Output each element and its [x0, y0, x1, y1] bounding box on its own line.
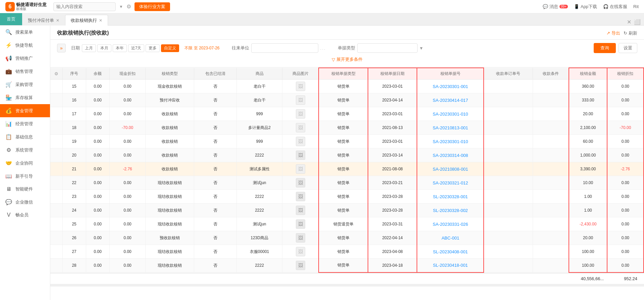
tab-prepay-close-icon[interactable]: ✕ — [56, 18, 59, 23]
tab-prepay[interactable]: 预付冲应付单 ✕ — [22, 15, 65, 26]
message-item[interactable]: 💬 消息 99+ — [543, 4, 568, 10]
cell-bill-date: 2023-03-28 — [368, 204, 417, 217]
sidebar-item-enterprise[interactable]: 🤝 企业协同 — [0, 157, 50, 170]
dropdown-arrow-icon[interactable]: ▼ — [119, 4, 123, 9]
billtype-input[interactable] — [357, 43, 418, 53]
bill-no-link[interactable]: SL-20230418-001 — [433, 263, 468, 268]
cell-cash-discount: 0.00 — [109, 107, 146, 121]
cell-goods: 测试jun — [236, 217, 282, 231]
bill-no-link[interactable]: SL-20230328-001 — [433, 194, 468, 199]
date-btn-last-month[interactable]: 上月 — [82, 44, 96, 52]
date-btn-7days[interactable]: 近7天 — [128, 44, 145, 52]
cell-goods-img: 🖼 — [282, 190, 319, 204]
brand-sub: 标准版 — [16, 7, 47, 11]
bill-no-link[interactable]: SA-20210813-001 — [433, 125, 468, 130]
sidebar-item-system[interactable]: ⚙ 系统管理 — [0, 143, 50, 157]
goods-image: 🖼 — [296, 95, 305, 105]
bill-no-link[interactable]: ABC-001 — [441, 235, 459, 241]
cell-goods: 2222 — [236, 148, 282, 162]
sidebar-item-operations[interactable]: 📊 经营管理 — [0, 117, 50, 130]
cell-bill-date: 2023-04-18 — [368, 259, 417, 272]
sidebar-item-inventory[interactable]: 🏪 库存核算 — [0, 91, 50, 104]
filter-expand-btn[interactable]: » — [57, 44, 66, 52]
cell-balance: 0.00 — [86, 80, 109, 93]
sidebar-item-sales[interactable]: 💼 销售管理 — [0, 65, 50, 78]
cell-seq: 21 — [62, 162, 86, 176]
bill-no-link[interactable]: SA-20230301-010 — [433, 139, 468, 144]
sidebar-item-finance[interactable]: 💰 资金管理 — [0, 104, 50, 117]
date-btn-this-year[interactable]: 本年 — [113, 44, 127, 52]
bill-no-link[interactable]: SA-20210808-001 — [433, 167, 468, 172]
setting-button[interactable]: 设置 — [619, 43, 637, 53]
cell-include-settled: 否 — [194, 135, 236, 148]
bill-no-link[interactable]: SA-20230301-001 — [433, 84, 468, 89]
cell-bill-type: 销货单 — [319, 190, 368, 204]
bill-no-link[interactable]: SA-20230321-012 — [433, 180, 468, 185]
cell-cancel-amount: 20.00 — [569, 107, 607, 121]
date-btn-this-month[interactable]: 本月 — [97, 44, 111, 52]
sidebar-item-basic[interactable]: 📋 基础信息 — [0, 130, 50, 143]
cell-checkbox — [50, 245, 62, 259]
sidebar-item-search[interactable]: 🔍 搜索菜单 — [0, 26, 50, 39]
tab-receipt[interactable]: 收款核销执行 ✕ — [65, 15, 108, 26]
bill-no-link[interactable]: SA-20230331-026 — [433, 222, 468, 227]
bill-no-link[interactable]: SA-20230301-010 — [433, 112, 468, 117]
table-row: 24 0.00 0.00 现结收款核销 否 2222 🖼 销货单 2023-03… — [50, 204, 644, 217]
solution-button[interactable]: 体验行业方案 — [135, 2, 170, 11]
query-button[interactable]: 查询 — [594, 43, 616, 53]
cell-bill-date: 2023-03-21 — [368, 176, 417, 190]
bill-no-link[interactable]: SL-20230408-001 — [433, 249, 468, 254]
sidebar-item-guide[interactable]: 📖 新手引导 — [0, 170, 50, 183]
cell-cancel-amount: 20.00 — [569, 231, 607, 245]
tab-close-button[interactable]: ✕ — [627, 19, 631, 25]
expand-more-btn[interactable]: ▽ 展开更多条件 — [57, 55, 637, 64]
tab-expand-button[interactable]: ⬜ — [634, 19, 641, 25]
cell-bill-no: SA-20210808-001 — [417, 162, 484, 176]
horizontal-scrollbar[interactable] — [50, 284, 644, 287]
cell-cancel-discount: 0.00 — [607, 231, 644, 245]
cell-include-settled: 否 — [194, 121, 236, 135]
cell-seq: 18 — [62, 121, 86, 135]
cell-balance: 0.00 — [86, 231, 109, 245]
sidebar-item-wechat[interactable]: 💬 企业微信 — [0, 196, 50, 209]
col-seq: 序号 — [62, 68, 86, 80]
support-item[interactable]: 🎧 在线客服 — [603, 4, 627, 10]
sidebar-item-member[interactable]: V 畅会员 — [0, 209, 50, 221]
date-btn-custom[interactable]: 自定义 — [161, 44, 179, 52]
cell-include-settled: 否 — [194, 93, 236, 107]
app-download-item[interactable]: 📱 App下载 — [574, 4, 597, 10]
date-btn-more[interactable]: 更多 — [146, 44, 160, 52]
sidebar-item-hardware[interactable]: 🖥 智能硬件 — [0, 183, 50, 196]
search-input[interactable] — [53, 2, 116, 11]
cell-cancel-type: 现结收款核销 — [146, 190, 194, 204]
cell-bill-no: SA-20230301-010 — [417, 135, 484, 148]
bill-no-link[interactable]: SA-20230414-017 — [433, 98, 468, 103]
tab-home[interactable]: 首页 — [0, 13, 22, 25]
cell-bill-date: 2023-03-28 — [368, 190, 417, 204]
cell-bill-type: 销货单 — [319, 93, 368, 107]
gear-icon[interactable]: ⚙ — [126, 3, 131, 10]
cell-goods: 999 — [236, 135, 282, 148]
bill-no-link[interactable]: SL-20230328-002 — [433, 208, 468, 213]
sidebar-item-marketing[interactable]: 📢 营销推广 — [0, 52, 50, 65]
billtype-dropdown-icon[interactable]: ▼ — [419, 46, 423, 51]
cell-goods-img: 🖼 — [282, 148, 319, 162]
cell-balance: 0.00 — [86, 135, 109, 148]
cell-cash-discount: 0.00 — [109, 231, 146, 245]
bill-no-link[interactable]: SA-20230314-008 — [433, 153, 468, 158]
partner-input[interactable] — [251, 43, 318, 53]
cell-bill-type: 销货单 — [319, 259, 368, 272]
refresh-button[interactable]: ↻ 刷新 — [624, 30, 637, 36]
cell-goods: 123D商品 — [236, 231, 282, 245]
cell-bill-no: SL-20230328-001 — [417, 190, 484, 204]
cell-checkbox — [50, 217, 62, 231]
col-gear-icon[interactable]: ⚙ — [54, 71, 58, 76]
cell-goods-img: 🖼 — [282, 217, 319, 231]
tab-receipt-close-icon[interactable]: ✕ — [99, 18, 102, 23]
refresh-icon: ↻ — [624, 31, 627, 36]
sidebar-item-purchase[interactable]: 🛒 采购管理 — [0, 78, 50, 91]
user-item[interactable]: Rit — [633, 4, 639, 9]
sidebar-item-quicknav[interactable]: ⚡ 快捷导航 — [0, 39, 50, 52]
export-button[interactable]: ↗ 导出 — [606, 30, 620, 36]
cell-cancel-discount: 0.00 — [607, 80, 644, 93]
